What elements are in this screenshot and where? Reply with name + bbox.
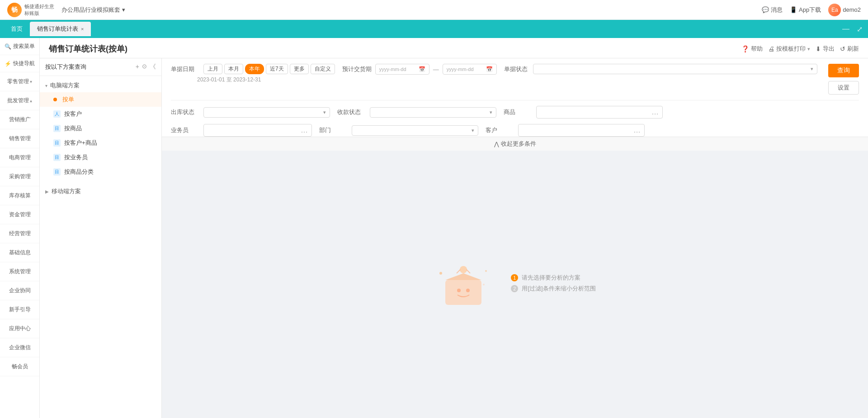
sidebar-item-ecommerce[interactable]: 电商管理 bbox=[0, 148, 39, 167]
scheme-collapse-btn[interactable]: 《 bbox=[150, 63, 156, 71]
sidebar-item-finance[interactable]: 资金管理 bbox=[0, 205, 39, 224]
scheme-item-by-customer[interactable]: 人 按客户 bbox=[40, 107, 161, 121]
user-profile[interactable]: Ea demo2 bbox=[828, 4, 861, 16]
expected-date-end[interactable]: yyyy-mm-dd 📅 bbox=[443, 64, 497, 75]
sidebar-item-purchase[interactable]: 采购管理 bbox=[0, 167, 39, 186]
chevron-down-icon: ▾ bbox=[323, 109, 326, 115]
payment-status-select[interactable]: ▾ bbox=[370, 107, 496, 118]
page-actions: ❓ 帮助 🖨 按模板打印 ▾ ⬇ 导出 ↺ 刷新 bbox=[741, 45, 859, 53]
collapse-btn[interactable]: ⋀ 收起更多条件 bbox=[494, 140, 536, 148]
customer-goods-icon: 目 bbox=[53, 139, 61, 147]
message-btn[interactable]: 💬 消息 bbox=[762, 6, 783, 14]
svg-point-2 bbox=[485, 270, 487, 272]
sidebar-item-system[interactable]: 系统管理 bbox=[0, 262, 39, 281]
export-btn[interactable]: ⬇ 导出 bbox=[816, 45, 835, 53]
sidebar-item-tutorial[interactable]: 新手引导 bbox=[0, 300, 39, 319]
empty-state: 1 请先选择要分析的方案 2 用[过滤]条件来缩小分析范围 bbox=[162, 151, 868, 418]
doc-status-select[interactable]: ▾ bbox=[533, 64, 817, 74]
shortcut-custom[interactable]: 自定义 bbox=[311, 64, 335, 74]
scheme-group-desktop-header[interactable]: ▾ 电脑端方案 bbox=[40, 79, 161, 92]
tab-maximize-btn[interactable]: ⤢ bbox=[855, 23, 864, 35]
goods-select[interactable]: … bbox=[536, 106, 663, 119]
sidebar-item-wholesale[interactable]: 批发管理 ▴ bbox=[0, 91, 39, 110]
sidebar-item-search[interactable]: 🔍 搜索菜单 bbox=[0, 38, 39, 55]
logo-area: 畅 畅捷通好生意 标账版 bbox=[7, 3, 54, 17]
hint-item-1: 1 请先选择要分析的方案 bbox=[511, 274, 595, 282]
tab-close-icon[interactable]: × bbox=[81, 26, 84, 32]
chevron-down-icon: ▾ bbox=[811, 66, 813, 72]
scheme-item-by-customer-goods[interactable]: 目 按客户+商品 bbox=[40, 136, 161, 150]
expected-date-label: 预计交货期 bbox=[342, 65, 372, 73]
print-btn[interactable]: 🖨 按模板打印 ▾ bbox=[768, 45, 810, 53]
scheme-add-btn[interactable]: + bbox=[136, 63, 139, 71]
shortcut-more[interactable]: 更多 bbox=[290, 64, 309, 74]
goods-category-icon: 目 bbox=[53, 168, 61, 176]
scheme-item-by-order[interactable]: 按单 bbox=[40, 92, 161, 107]
delivery-status-select[interactable]: ▾ bbox=[203, 107, 330, 118]
sidebar-item-marketing[interactable]: 营销推广 bbox=[0, 110, 39, 129]
chevron-up-icon: ▴ bbox=[30, 98, 32, 103]
settings-button[interactable]: 设置 bbox=[828, 81, 859, 95]
department-label: 部门 bbox=[319, 126, 344, 134]
department-select[interactable]: ▾ bbox=[352, 125, 478, 136]
sidebar-item-appcenter[interactable]: 应用中心 bbox=[0, 319, 39, 338]
svg-point-4 bbox=[457, 289, 461, 292]
tab-active[interactable]: 销售订单统计表 × bbox=[30, 22, 91, 36]
expected-date-start[interactable]: yyyy-mm-dd 📅 bbox=[375, 64, 429, 75]
sidebar-item-collab[interactable]: 企业协同 bbox=[0, 281, 39, 300]
salesperson-icon: 目 bbox=[53, 154, 61, 161]
page-header: 销售订单统计表(按单) ❓ 帮助 🖨 按模板打印 ▾ ⬇ 导出 ↺ 刷新 bbox=[40, 38, 868, 58]
tab-home[interactable]: 首页 bbox=[4, 22, 30, 36]
date-shortcuts: 上月 本月 本年 近7天 更多 自定义 bbox=[203, 64, 335, 74]
salesperson-select[interactable]: … bbox=[203, 124, 312, 137]
header-right: 💬 消息 📱 App下载 Ea demo2 bbox=[762, 4, 861, 16]
customer-select[interactable]: … bbox=[518, 124, 645, 137]
svg-point-6 bbox=[460, 266, 467, 273]
sidebar-item-retail[interactable]: 零售管理 ▾ bbox=[0, 72, 39, 91]
header-left: 畅 畅捷通好生意 标账版 办公用品行业模拟账套 ▾ bbox=[7, 3, 129, 17]
tab-actions: — ⤢ bbox=[840, 23, 864, 35]
customer-icon: 人 bbox=[53, 110, 61, 118]
sidebar-item-quicknav[interactable]: ⚡ 快捷导航 bbox=[0, 55, 39, 72]
scheme-item-by-goods[interactable]: 目 按商品 bbox=[40, 121, 161, 136]
chevron-down-icon: ▾ bbox=[472, 128, 474, 133]
tab-minimize-btn[interactable]: — bbox=[840, 23, 851, 35]
filter-row-date: 单据日期 上月 本月 本年 近7天 更多 自定义 bbox=[171, 64, 335, 74]
svg-line-8 bbox=[467, 270, 470, 273]
group-mobile-arrow-icon: ▶ bbox=[45, 189, 49, 194]
sidebar-item-sales[interactable]: 销售管理 bbox=[0, 129, 39, 148]
workspace-selector[interactable]: 办公用品行业模拟账套 ▾ bbox=[58, 4, 129, 16]
scheme-item-by-salesperson[interactable]: 目 按业务员 bbox=[40, 150, 161, 165]
shortcut-last-month[interactable]: 上月 bbox=[203, 64, 222, 74]
filter-doc-status: 单据状态 ▾ bbox=[504, 64, 817, 74]
scheme-group-mobile-header[interactable]: ▶ 移动端方案 bbox=[40, 185, 161, 198]
svg-point-5 bbox=[466, 289, 470, 292]
group-arrow-icon: ▾ bbox=[45, 83, 47, 88]
svg-rect-0 bbox=[445, 280, 481, 305]
group-title-mobile: 移动端方案 bbox=[52, 187, 81, 195]
date-label: 单据日期 bbox=[171, 65, 196, 73]
filter-expected-date: 预计交货期 yyyy-mm-dd 📅 — yyyy-mm-dd 📅 bbox=[342, 64, 497, 75]
sidebar-item-inventory[interactable]: 库存核算 bbox=[0, 186, 39, 205]
sidebar-item-operations[interactable]: 经营管理 bbox=[0, 224, 39, 243]
refresh-btn[interactable]: ↺ 刷新 bbox=[840, 45, 859, 53]
customer-label: 客户 bbox=[486, 126, 511, 134]
hint-item-2: 2 用[过滤]条件来缩小分析范围 bbox=[511, 285, 595, 293]
tab-bar: 首页 销售订单统计表 × — ⤢ bbox=[0, 20, 868, 38]
query-button[interactable]: 查询 bbox=[828, 64, 859, 77]
chevron-down-icon: ▾ bbox=[30, 79, 32, 84]
sidebar-item-basicinfo[interactable]: 基础信息 bbox=[0, 243, 39, 262]
shortcut-this-month[interactable]: 本月 bbox=[224, 64, 243, 74]
scheme-edit-btn[interactable]: ⊙ bbox=[142, 63, 147, 71]
scheme-item-by-goods-category[interactable]: 目 按商品分类 bbox=[40, 165, 161, 179]
collapse-bar: ⋀ 收起更多条件 bbox=[162, 137, 868, 151]
scheme-title: 按以下方案查询 bbox=[45, 63, 86, 71]
sidebar-item-wechat[interactable]: 企业微信 bbox=[0, 338, 39, 357]
shortcut-this-year[interactable]: 本年 bbox=[245, 64, 264, 74]
scheme-group-mobile: ▶ 移动端方案 bbox=[40, 182, 161, 201]
shortcut-7days[interactable]: 近7天 bbox=[266, 64, 288, 74]
help-btn[interactable]: ❓ 帮助 bbox=[741, 45, 763, 53]
svg-point-1 bbox=[439, 272, 442, 275]
sidebar-item-members[interactable]: 畅会员 bbox=[0, 357, 39, 376]
app-download-btn[interactable]: 📱 App下载 bbox=[790, 6, 821, 14]
